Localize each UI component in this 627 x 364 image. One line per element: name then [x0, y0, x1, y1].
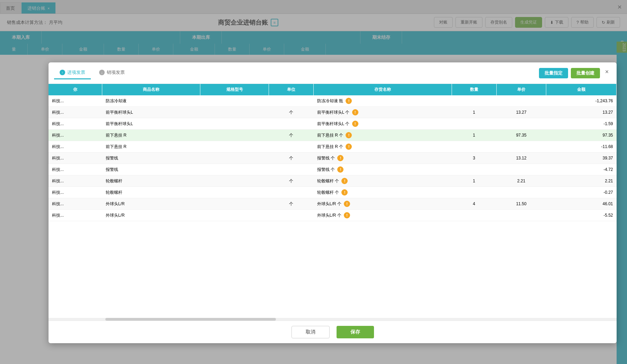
- table-row[interactable]: 科技... 报警线 个 报警线 个 ! 3 13.12 39.37: [49, 153, 617, 164]
- modal-scrollbar[interactable]: [49, 318, 617, 321]
- cell-amount: 13.27: [546, 107, 617, 118]
- cell-amount: -0.27: [546, 187, 617, 198]
- jinxiang-tab-icon: ↑: [60, 70, 65, 75]
- th-amount: 金额: [546, 84, 617, 95]
- modal-table: 你 商品名称 规格型号 单位 存货名称 数量 单价 金额 科技... 防冻冷却液…: [49, 84, 617, 221]
- table-row[interactable]: 科技... 轮毂螺杆 个 轮毂螺杆 个 ! 1 2.21 2.21: [49, 175, 617, 187]
- cell-price: 13.27: [496, 107, 546, 118]
- cell-price: [496, 118, 546, 130]
- cell-spec: [200, 210, 269, 221]
- cell-unit: 个: [269, 175, 314, 187]
- cell-unit: 个: [269, 107, 314, 118]
- modal-header-buttons: 批量指定 批量创建 ×: [539, 68, 611, 78]
- cell-price: 97.35: [496, 130, 546, 141]
- table-row[interactable]: 科技... 外球头L/R 外球头L/R 个 ! -5.52: [49, 210, 617, 221]
- tab-xiaoxiang[interactable]: ↓ 销项发票: [94, 67, 130, 79]
- table-row[interactable]: 科技... 前平衡杆球头L 前平衡杆球头L 个 ! -1.59: [49, 118, 617, 130]
- table-row[interactable]: 科技... 外球头L/R 个 外球头L/R 个 ! 4 11.50 46.01: [49, 198, 617, 210]
- cell-inventory: 轮毂螺杆 个 !: [314, 175, 452, 187]
- cell-product: 前平衡杆球头L: [102, 118, 200, 130]
- cell-price: [496, 187, 546, 198]
- cell-unit: 个: [269, 130, 314, 141]
- cell-company: 科技...: [49, 141, 102, 153]
- cell-product: 前下悬挂 R: [102, 130, 200, 141]
- cell-inventory: 前平衡杆球头L 个 !: [314, 107, 452, 118]
- cell-product: 防冻冷却液: [102, 95, 200, 107]
- cell-price: [496, 141, 546, 153]
- cell-product: 外球头L/R: [102, 198, 200, 210]
- batch-assign-button[interactable]: 批量指定: [539, 68, 568, 78]
- table-row[interactable]: 科技... 前下悬挂 R 个 前下悬挂 R 个 ! 1 97.35 97.35: [49, 130, 617, 141]
- warn-icon: !: [341, 189, 348, 196]
- cell-qty: 4: [452, 198, 496, 210]
- cell-qty: [452, 141, 496, 153]
- cell-qty: 1: [452, 107, 496, 118]
- cell-qty: [452, 187, 496, 198]
- cell-spec: [200, 130, 269, 141]
- cell-amount: 97.35: [546, 130, 617, 141]
- cell-product: 外球头L/R: [102, 210, 200, 221]
- cell-amount: -11.68: [546, 141, 617, 153]
- cell-qty: 1: [452, 175, 496, 187]
- cell-unit: [269, 118, 314, 130]
- cell-inventory: 前平衡杆球头L 个 !: [314, 118, 452, 130]
- cell-company: 科技...: [49, 175, 102, 187]
- warn-icon: !: [344, 212, 350, 218]
- cell-price: 11.50: [496, 198, 546, 210]
- th-qty: 数量: [452, 84, 496, 95]
- table-row[interactable]: 科技... 前平衡杆球头L 个 前平衡杆球头L 个 ! 1 13.27 13.2…: [49, 107, 617, 118]
- cell-unit: [269, 141, 314, 153]
- cell-inventory: 防冻冷却液 瓶 !: [314, 95, 452, 107]
- cell-amount: -1.59: [546, 118, 617, 130]
- tab-jinxiang[interactable]: ↑ 进项发票: [54, 67, 91, 79]
- cell-company: 科技...: [49, 187, 102, 198]
- cell-price: [496, 164, 546, 175]
- modal-scrollbar-thumb[interactable]: [105, 318, 276, 321]
- cell-spec: [200, 164, 269, 175]
- save-button[interactable]: 保存: [337, 326, 374, 338]
- modal-close-button[interactable]: ×: [603, 68, 611, 76]
- warn-icon: !: [346, 132, 352, 138]
- cell-amount: 39.37: [546, 153, 617, 164]
- cell-spec: [200, 198, 269, 210]
- modal-table-wrap: 你 商品名称 规格型号 单位 存货名称 数量 单价 金额 科技... 防冻冷却液…: [49, 84, 617, 318]
- cell-unit: 个: [269, 198, 314, 210]
- th-inventory: 存货名称: [314, 84, 452, 95]
- cell-inventory: 轮毂螺杆 个 !: [314, 187, 452, 198]
- table-row[interactable]: 科技... 报警线 报警线 个 ! -4.72: [49, 164, 617, 175]
- cell-company: 科技...: [49, 164, 102, 175]
- cell-spec: [200, 107, 269, 118]
- cell-unit: 个: [269, 153, 314, 164]
- cell-spec: [200, 95, 269, 107]
- warn-icon: !: [346, 98, 352, 104]
- table-row[interactable]: 科技... 防冻冷却液 防冻冷却液 瓶 ! -1,243.76: [49, 95, 617, 107]
- cell-company: 科技...: [49, 210, 102, 221]
- th-unit: 单位: [269, 84, 314, 95]
- cell-inventory: 前下悬挂 R 个 !: [314, 141, 452, 153]
- th-spec: 规格型号: [200, 84, 269, 95]
- warn-icon: !: [337, 166, 343, 173]
- warn-icon: !: [346, 144, 352, 150]
- modal-header: ↑ 进项发票 ↓ 销项发票 批量指定 批量创建 ×: [49, 62, 617, 84]
- xiaoxiang-tab-icon: ↓: [99, 70, 105, 75]
- cell-company: 科技...: [49, 118, 102, 130]
- cell-spec: [200, 141, 269, 153]
- cell-product: 报警线: [102, 164, 200, 175]
- cell-qty: 1: [452, 130, 496, 141]
- table-row[interactable]: 科技... 轮毂螺杆 轮毂螺杆 个 ! -0.27: [49, 187, 617, 198]
- cell-company: 科技...: [49, 198, 102, 210]
- cell-inventory: 报警线 个 !: [314, 164, 452, 175]
- th-price: 单价: [496, 84, 546, 95]
- cell-price: 13.12: [496, 153, 546, 164]
- table-row[interactable]: 科技... 前下悬挂 R 前下悬挂 R 个 ! -11.68: [49, 141, 617, 153]
- batch-create-button[interactable]: 批量创建: [571, 68, 600, 78]
- cell-unit: [269, 164, 314, 175]
- th-product: 商品名称: [102, 84, 200, 95]
- cell-company: 科技...: [49, 107, 102, 118]
- cell-price: [496, 210, 546, 221]
- cell-inventory: 前下悬挂 R 个 !: [314, 130, 452, 141]
- cell-product: 轮毂螺杆: [102, 187, 200, 198]
- cell-amount: -4.72: [546, 164, 617, 175]
- cell-spec: [200, 187, 269, 198]
- cancel-button[interactable]: 取消: [291, 326, 330, 338]
